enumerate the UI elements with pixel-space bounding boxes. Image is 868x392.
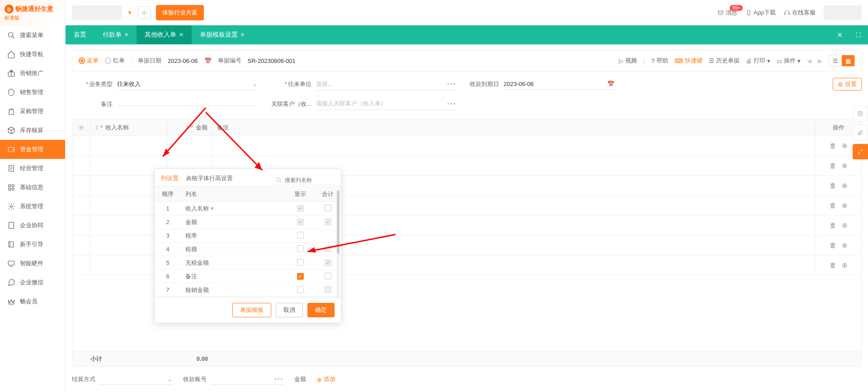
popup-row[interactable]: 3税率 [155,229,341,243]
checkbox[interactable] [325,219,331,225]
popup-tab-font[interactable]: 表格字体行高设置 [186,174,233,186]
rail-expand-icon[interactable] [853,144,868,159]
org-selector[interactable] [72,5,122,20]
date-value[interactable]: 2023-06-06 [168,57,198,64]
delete-icon[interactable]: 🗑 [830,241,836,249]
popup-row[interactable]: 2金额 [155,215,341,229]
biz-type-select[interactable]: 往来收入⌄ [117,78,257,91]
grid-view-icon[interactable]: ▦ [842,55,854,66]
delete-icon[interactable]: 🗑 [830,221,836,229]
tab-close-all[interactable]: ✕ [830,25,849,44]
settle-method-select[interactable]: ⌄ [100,374,172,385]
checkbox[interactable] [325,259,331,266]
nav-gift[interactable]: 营销推广 [0,64,65,83]
user-avatar[interactable] [824,5,862,20]
copy-icon[interactable]: ⊕ [842,261,848,269]
copy-icon[interactable]: ⊕ [842,162,848,170]
tab-首页[interactable]: 首页 [66,25,94,44]
copy-icon[interactable]: ⊕ [842,241,848,249]
delete-icon[interactable]: 🗑 [830,182,836,189]
history-button[interactable]: ☰ 历史单据 [709,57,740,65]
nav-bag[interactable]: 采购管理 [0,102,65,121]
partner-select[interactable]: 选择...••• [316,78,456,91]
column-settings-button[interactable] [72,120,90,135]
rel-customer-input[interactable]: 请输入关联客户（收入单）••• [316,98,456,110]
nav-tv[interactable]: 智能硬件 [0,254,65,273]
checkbox[interactable] [297,205,304,212]
popup-row[interactable]: 1收入名称 ▾ [155,202,341,215]
rail-attach-icon[interactable] [853,125,868,140]
next-button[interactable]: ▶ [818,57,822,64]
checkbox[interactable] [297,245,304,252]
checkbox[interactable] [297,232,304,239]
video-button[interactable]: ▷ 视频 [619,57,637,65]
nav-gear[interactable]: 系统管理 [0,197,65,216]
nav-search[interactable]: 搜索菜单 [0,26,65,45]
due-date-input[interactable]: 2023-06-06📅 [504,79,614,90]
ops-button[interactable]: ⚏ 操作 ▾ [777,57,801,65]
copy-icon[interactable]: ⊕ [842,142,848,150]
trial-button[interactable]: 体验行业方案 [156,5,204,20]
popup-row[interactable]: 5无税金额 [155,256,341,270]
delete-icon[interactable]: 🗑 [830,142,836,149]
tab-付款单[interactable]: 付款单× [94,25,137,44]
service-button[interactable]: 在线客服 [784,9,816,17]
cancel-button[interactable]: 取消 [276,303,303,317]
nav-book[interactable]: 新手引导 [0,235,65,254]
nav-wallet[interactable]: 资金管理 [0,140,65,159]
chevron-down-icon[interactable]: ▼ [127,10,132,16]
nav-doc[interactable]: 经营管理 [0,159,65,178]
popup-scrollbar[interactable] [337,191,340,299]
message-button[interactable]: 消息 99+ [717,9,737,17]
checkbox[interactable] [297,286,304,293]
popup-row[interactable]: 6备注 [155,270,341,283]
radio-red[interactable]: 红单 [105,57,125,65]
ok-button[interactable]: 确定 [307,303,335,317]
view-toggle[interactable]: ☰ ▦ [829,55,855,67]
checkbox[interactable] [297,219,304,225]
close-icon[interactable]: × [179,31,183,39]
close-icon[interactable]: × [124,31,128,39]
col-header-name[interactable]: ▲▼*收入名称 [90,120,167,135]
account-select[interactable]: ••• [211,374,283,385]
nav-chat[interactable]: 企业微信 [0,273,65,292]
copy-icon[interactable]: ⊕ [842,182,848,190]
col-header-amount[interactable]: ▲▼*金额 [167,120,212,135]
add-button[interactable]: ⊕ 添加 [317,375,335,383]
popup-row[interactable]: 7核销金额 [155,283,341,297]
print-button[interactable]: 🖨 打印 ▾ [746,57,770,65]
tab-单据模板设置[interactable]: 单据模板设置× [192,25,253,44]
nav-grid[interactable]: 基础信息 [0,178,65,197]
checkbox[interactable] [297,259,304,266]
popup-search[interactable] [276,176,335,185]
search-input[interactable] [285,177,335,183]
remark-input[interactable] [117,102,257,106]
popup-row[interactable]: 4税额 [155,243,341,256]
copy-icon[interactable]: ⊕ [842,201,848,210]
shortcut-button[interactable]: ⌨ 快捷键 [675,57,703,65]
checkbox[interactable] [325,245,331,252]
app-download-button[interactable]: App下载 [745,9,776,17]
radio-blue[interactable]: 蓝单 [79,57,99,65]
nav-building[interactable]: 企业协同 [0,216,65,235]
calendar-icon[interactable]: 📅 [204,57,212,64]
checkbox[interactable] [325,272,331,279]
settings-button[interactable]: ⚙ 设置 [833,78,862,91]
template-button[interactable]: 单据模板 [232,303,271,317]
tab-其他收入单[interactable]: 其他收入单× [137,25,191,44]
checkbox[interactable] [325,205,331,211]
help-button[interactable]: ? 帮助 [651,57,668,65]
nav-vip[interactable]: 畅会员 [0,292,65,311]
delete-icon[interactable]: 🗑 [830,162,836,169]
table-row[interactable]: 🗑⊕ [72,136,861,156]
checkbox[interactable] [325,286,331,293]
close-icon[interactable]: × [241,31,245,39]
nav-box[interactable]: 库存核算 [0,121,65,140]
popup-tab-columns[interactable]: 列设置 [161,174,179,186]
gear-icon[interactable] [138,6,151,19]
checkbox[interactable] [297,273,304,280]
nav-home[interactable]: 快捷导航 [0,45,65,64]
delete-icon[interactable]: 🗑 [830,201,836,209]
rail-note-icon[interactable] [853,106,868,121]
copy-icon[interactable]: ⊕ [842,221,848,229]
